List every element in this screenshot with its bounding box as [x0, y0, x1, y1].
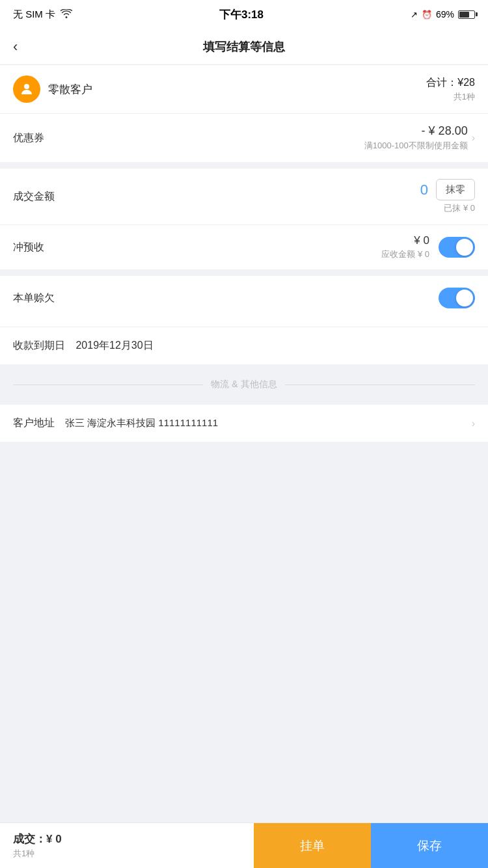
logistics-divider: 物流 & 其他信息 — [0, 371, 488, 398]
coupon-right: - ¥ 28.00 满1000-100不限制使用金额 › — [364, 124, 475, 152]
precollect-info: ¥ 0 应收金额 ¥ 0 — [381, 234, 429, 260]
amount-row: 成交金额 0 抹零 已抹 ¥ 0 — [0, 169, 488, 224]
save-button[interactable]: 保存 — [371, 823, 488, 868]
customer-left: 零散客户 — [13, 75, 92, 103]
page-title: 填写结算等信息 — [203, 39, 285, 55]
customer-total: 合计：¥28 共1种 — [426, 76, 475, 103]
amount-sub: 已抹 ¥ 0 — [444, 202, 475, 214]
chevron-right-icon: › — [472, 132, 475, 144]
coupon-desc: 满1000-100不限制使用金额 — [364, 140, 468, 152]
credit-label: 本单赊欠 — [13, 292, 55, 305]
address-label: 客户地址 — [13, 416, 55, 430]
back-button[interactable]: ‹ — [13, 38, 18, 55]
customer-section: 零散客户 合计：¥28 共1种 优惠券 - ¥ 28.00 满1000-100不… — [0, 65, 488, 162]
total-count: 共1种 — [426, 91, 475, 103]
precollect-row: 冲预收 ¥ 0 应收金额 ¥ 0 — [0, 224, 488, 269]
back-icon: ‹ — [13, 38, 18, 55]
customer-row: 零散客户 合计：¥28 共1种 — [0, 65, 488, 113]
total-amount: 合计：¥28 — [426, 76, 475, 90]
bottom-count: 共1种 — [13, 848, 241, 860]
precollect-label: 冲预收 — [13, 241, 44, 254]
status-bar: 无 SIM 卡 下午3:18 ↗ ⏰ 69% — [0, 0, 488, 29]
spacer — [0, 442, 488, 572]
battery-icon — [458, 10, 475, 19]
address-value: 张三 海淀永丰科技园 11111111111 — [65, 417, 472, 429]
bottom-bar: 成交：¥ 0 共1种 挂单 保存 — [0, 822, 488, 868]
coupon-discount: - ¥ 28.00 — [364, 124, 468, 138]
svg-point-0 — [24, 84, 29, 89]
alarm-icon: ⏰ — [422, 10, 432, 20]
address-chevron-icon: › — [472, 418, 475, 429]
sim-text: 无 SIM 卡 — [13, 8, 55, 21]
location-icon: ↗ — [411, 10, 418, 20]
logistics-label: 物流 & 其他信息 — [211, 379, 277, 390]
credit-toggle-knob — [456, 290, 473, 306]
bottom-deal-label: 成交： — [13, 833, 46, 845]
precollect-amount: ¥ 0 — [381, 234, 429, 247]
bottom-padding — [0, 572, 488, 617]
avatar — [13, 75, 40, 103]
precollect-toggle[interactable] — [439, 237, 475, 258]
address-section[interactable]: 客户地址 张三 海淀永丰科技园 11111111111 › — [0, 405, 488, 442]
amount-label: 成交金额 — [13, 190, 55, 204]
battery-percent: 69% — [436, 9, 454, 20]
customer-name: 零散客户 — [48, 82, 92, 97]
precollect-sub: 应收金额 ¥ 0 — [381, 249, 429, 260]
coupon-label: 优惠券 — [13, 131, 44, 145]
credit-toggle[interactable] — [439, 288, 475, 308]
amount-value-wrap: 0 抹零 — [420, 179, 475, 200]
status-right: ↗ ⏰ 69% — [411, 9, 475, 20]
round-off-button[interactable]: 抹零 — [436, 179, 475, 200]
nav-bar: ‹ 填写结算等信息 — [0, 29, 488, 65]
bottom-deal-amount: ¥ 0 — [46, 833, 62, 845]
bottom-actions: 挂单 保存 — [254, 823, 488, 868]
duedate-label: 收款到期日 — [13, 340, 65, 351]
toggle-knob — [456, 239, 473, 256]
duedate-row: 收款到期日 2019年12月30日 — [0, 327, 488, 364]
status-left: 无 SIM 卡 — [13, 8, 72, 21]
bottom-info: 成交：¥ 0 共1种 — [0, 832, 254, 860]
credit-row: 本单赊欠 — [0, 276, 488, 320]
status-time: 下午3:18 — [219, 7, 264, 22]
bottom-deal: 成交：¥ 0 — [13, 832, 241, 847]
logistics-text: 物流 & 其他信息 — [13, 379, 475, 390]
coupon-row[interactable]: 优惠券 - ¥ 28.00 满1000-100不限制使用金额 › — [0, 113, 488, 162]
amount-section: 成交金额 0 抹零 已抹 ¥ 0 冲预收 ¥ 0 应收金额 ¥ 0 — [0, 169, 488, 269]
pending-button[interactable]: 挂单 — [254, 823, 371, 868]
duedate-value: 2019年12月30日 — [75, 340, 153, 351]
amount-value: 0 — [420, 182, 428, 198]
credit-section: 本单赊欠 收款到期日 2019年12月30日 — [0, 276, 488, 364]
wifi-icon — [61, 9, 72, 20]
